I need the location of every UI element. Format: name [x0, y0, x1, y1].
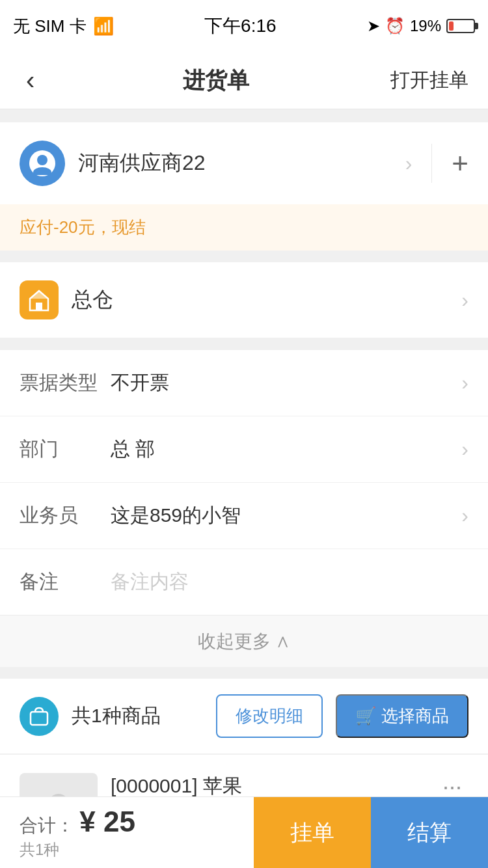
person-icon: [31, 152, 54, 175]
section-divider-2: [0, 338, 488, 350]
add-supplier-button[interactable]: +: [452, 149, 468, 178]
total-count: 共1种: [20, 839, 234, 860]
supplier-notice: 应付-20元，现结: [0, 204, 488, 251]
shopping-bag-icon: [28, 707, 50, 726]
invoice-value: 不开票: [98, 370, 461, 396]
carrier-label: 无 SIM 卡: [13, 15, 87, 38]
battery-icon: [446, 19, 475, 33]
product-code: [0000001]: [111, 775, 197, 796]
edit-detail-button[interactable]: 修改明细: [216, 694, 323, 738]
salesman-chevron-icon: ›: [461, 504, 468, 528]
checkout-label: 结算: [407, 818, 452, 848]
notes-row[interactable]: 备注 备注内容: [0, 549, 488, 615]
dept-row[interactable]: 部门 总 部 ›: [0, 416, 488, 483]
salesman-label: 业务员: [20, 502, 98, 529]
section-divider-3: [0, 667, 488, 679]
status-bar: 无 SIM 卡 📶 下午6:16 ➤ ⏰ 19%: [0, 0, 488, 52]
page-title: 进货单: [183, 66, 249, 96]
salesman-value: 这是859的小智: [98, 502, 461, 529]
svg-point-1: [33, 167, 51, 175]
supplier-section: 河南供应商22 › + 应付-20元，现结: [0, 122, 488, 251]
status-time: 下午6:16: [204, 14, 277, 38]
house-icon: [27, 288, 51, 312]
status-left: 无 SIM 卡 📶: [13, 15, 114, 38]
invoice-row[interactable]: 票据类型 不开票 ›: [0, 350, 488, 416]
checkout-button[interactable]: 结算: [371, 797, 488, 869]
supplier-avatar: [20, 141, 65, 186]
nav-bar: ‹ 进货单 打开挂单: [0, 52, 488, 109]
open-pending-button[interactable]: 打开挂单: [390, 67, 468, 94]
bottom-bar: 合计： ¥ 25 共1种 挂单 结算: [0, 796, 488, 868]
top-divider: [0, 109, 488, 122]
invoice-label: 票据类型: [20, 370, 98, 396]
supplier-name: 河南供应商22: [78, 149, 405, 178]
vertical-divider: [431, 144, 432, 183]
battery-percent: 19%: [410, 17, 441, 35]
notes-label: 备注: [20, 569, 98, 595]
dept-chevron-icon: ›: [461, 437, 468, 461]
dept-value: 总 部: [98, 436, 461, 463]
select-cart-icon: 🛒: [355, 706, 376, 726]
supplier-chevron-icon: ›: [405, 152, 413, 176]
location-icon: ➤: [367, 17, 380, 35]
svg-marker-4: [30, 291, 48, 299]
svg-rect-3: [36, 303, 42, 310]
status-right: ➤ ⏰ 19%: [367, 17, 475, 35]
supplier-right: › +: [405, 144, 468, 183]
total-label: 合计：: [20, 815, 74, 835]
avatar-icon: [29, 150, 55, 176]
warehouse-row[interactable]: 总仓 ›: [0, 262, 488, 338]
product-count: 共1种商品: [72, 703, 203, 729]
svg-rect-5: [31, 712, 47, 725]
wifi-icon: 📶: [93, 16, 114, 36]
hang-order-label: 挂单: [290, 818, 334, 848]
cart-icon-container: [20, 697, 59, 736]
hang-order-button[interactable]: 挂单: [254, 797, 371, 869]
product-title: 苹果: [203, 775, 242, 796]
dept-label: 部门: [20, 436, 98, 463]
product-name: [0000001] 苹果: [111, 773, 423, 800]
invoice-chevron-icon: ›: [461, 371, 468, 395]
select-product-button[interactable]: 🛒 选择商品: [336, 694, 468, 738]
supplier-row[interactable]: 河南供应商22 › +: [0, 122, 488, 204]
warehouse-name: 总仓: [72, 286, 461, 314]
warehouse-icon: [20, 280, 59, 319]
notes-value[interactable]: 备注内容: [98, 569, 468, 595]
alarm-icon: ⏰: [385, 17, 405, 35]
form-section: 票据类型 不开票 › 部门 总 部 › 业务员 这是859的小智 › 备注 备注…: [0, 350, 488, 615]
back-button[interactable]: ‹: [20, 59, 41, 102]
total-amount: ¥ 25: [79, 806, 135, 837]
product-header: 共1种商品 修改明细 🛒 选择商品: [0, 679, 488, 753]
total-section: 合计： ¥ 25 共1种: [0, 806, 254, 860]
battery-fill: [449, 21, 454, 31]
collapse-label: 收起更多 ∧: [198, 629, 291, 654]
collapse-bar[interactable]: 收起更多 ∧: [0, 615, 488, 667]
select-product-label: 选择商品: [381, 705, 449, 727]
warehouse-section: 总仓 ›: [0, 262, 488, 338]
salesman-row[interactable]: 业务员 这是859的小智 ›: [0, 483, 488, 549]
section-divider-1: [0, 251, 488, 262]
svg-point-0: [37, 155, 47, 165]
warehouse-chevron-icon: ›: [461, 288, 468, 312]
